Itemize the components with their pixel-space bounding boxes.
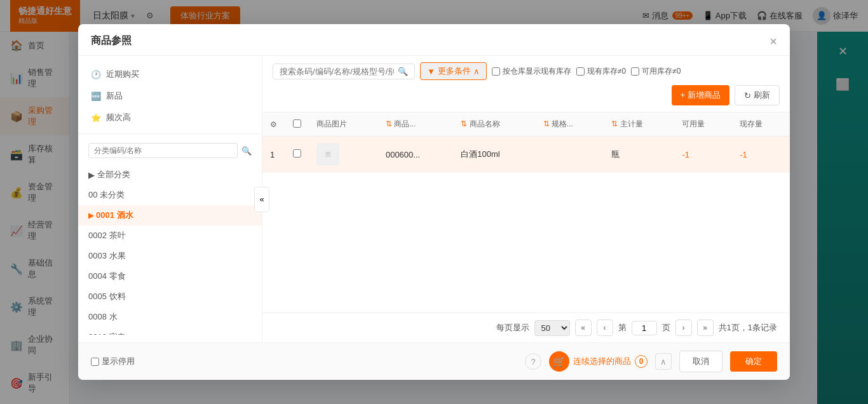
- filter-icon: ▼: [427, 67, 435, 76]
- confirm-btn[interactable]: 确定: [730, 351, 777, 372]
- add-product-btn[interactable]: + 新增商品: [672, 85, 729, 105]
- page-input[interactable]: [632, 321, 657, 335]
- display-disabled-checkbox[interactable]: 显示停用: [91, 356, 135, 367]
- table-toolbar: 🔍 ▼ 更多条件 ∧ 按仓库显示现有库存 现有库存≠0 可用库存≠0: [262, 56, 790, 112]
- sort-icon-unit: ⇅: [611, 119, 618, 128]
- page-suffix: 页: [662, 322, 670, 333]
- row-spec: [536, 137, 604, 173]
- nav-recent[interactable]: 🕐 近期购买: [78, 64, 262, 85]
- row-checkbox[interactable]: [293, 149, 301, 158]
- checkbox-available-nonzero-input[interactable]: [631, 67, 639, 76]
- modal-right-panel: 🔍 ▼ 更多条件 ∧ 按仓库显示现有库存 现有库存≠0 可用库存≠0: [262, 56, 790, 342]
- first-page-btn[interactable]: «: [575, 320, 592, 336]
- col-spec[interactable]: ⇅ 规格...: [536, 112, 604, 137]
- category-all[interactable]: ▶ 全部分类: [78, 165, 262, 185]
- toolbar-right-actions: + 新增商品 ↻ 刷新: [672, 85, 780, 105]
- nav-new[interactable]: 🆕 新品: [78, 85, 262, 107]
- category-search-icon[interactable]: 🔍: [241, 146, 252, 156]
- prev-page-btn[interactable]: ‹: [597, 320, 613, 336]
- filter-arrow-icon: ∧: [473, 67, 480, 76]
- checkbox-warehouse-stock[interactable]: 按仓库显示现有库存: [492, 66, 571, 77]
- modal-left-panel: 🕐 近期购买 🆕 新品 ⭐ 频次高 🔍 ▶: [78, 56, 262, 342]
- category-search-row: 🔍: [78, 139, 262, 165]
- checkbox-warehouse-input[interactable]: [492, 67, 500, 76]
- category-search-input[interactable]: [88, 143, 238, 158]
- cart-btn[interactable]: 🛒 连续选择的商品 0: [549, 351, 648, 372]
- category-active-arrow: ▶: [88, 212, 93, 220]
- sort-icon-spec: ⇅: [543, 119, 550, 128]
- checkbox-stock-nonzero-input[interactable]: [576, 67, 585, 76]
- collapse-left-icon: «: [259, 194, 264, 204]
- new-icon: 🆕: [91, 91, 101, 101]
- table-row[interactable]: 1 图 000600... 白酒100ml: [262, 137, 790, 173]
- refresh-icon: ↻: [744, 91, 751, 100]
- col-code[interactable]: ⇅ 商品...: [378, 112, 453, 137]
- page-label: 第: [618, 322, 627, 333]
- checkbox-stock-nonzero[interactable]: 现有库存≠0: [576, 66, 626, 77]
- row-checkbox-cell[interactable]: [285, 137, 309, 173]
- checkbox-available-nonzero[interactable]: 可用库存≠0: [631, 66, 681, 77]
- up-arrow-icon: ∧: [660, 357, 667, 367]
- cart-icon: 🛒: [549, 351, 569, 372]
- product-image: 图: [316, 143, 339, 166]
- modal-close-btn[interactable]: ×: [770, 35, 777, 48]
- cancel-btn[interactable]: 取消: [679, 351, 722, 372]
- table-settings-icon[interactable]: ⚙: [270, 120, 277, 129]
- col-unit[interactable]: ⇅ 主计量: [604, 112, 674, 137]
- category-0010[interactable]: 0010 家电: [78, 327, 262, 335]
- category-0008[interactable]: 0008 水: [78, 307, 262, 327]
- next-page-btn[interactable]: ›: [675, 320, 692, 336]
- sort-icon: ⇅: [386, 119, 392, 128]
- row-available: -1: [674, 137, 732, 173]
- col-settings[interactable]: ⚙: [262, 112, 285, 137]
- col-stock: 现存量: [732, 112, 790, 137]
- col-available[interactable]: 可用量: [674, 112, 732, 137]
- modal-body: 🕐 近期购买 🆕 新品 ⭐ 频次高 🔍 ▶: [78, 56, 790, 342]
- per-page-label: 每页显示: [496, 322, 529, 333]
- sort-icon-name: ⇅: [461, 119, 467, 128]
- refresh-btn[interactable]: ↻ 刷新: [735, 85, 780, 105]
- category-0003[interactable]: 0003 水果: [78, 246, 262, 266]
- category-list: ▶ 全部分类 00 未分类 ▶ 0001 酒水 0002 茶叶 0003 水果: [78, 165, 262, 335]
- select-all-checkbox[interactable]: [293, 119, 301, 128]
- product-table: ⚙ 商品图片 ⇅ 商品... ⇅ 商品名称: [262, 112, 790, 173]
- modal-title: 商品参照: [91, 34, 132, 48]
- category-0005[interactable]: 0005 饮料: [78, 286, 262, 307]
- quick-nav: 🕐 近期购买 🆕 新品 ⭐ 频次高: [78, 64, 262, 128]
- nav-frequent[interactable]: ⭐ 频次高: [78, 107, 262, 128]
- product-search-input[interactable]: [280, 67, 394, 76]
- all-categories-arrow: ▶: [88, 170, 95, 180]
- product-search-bar: 🔍: [273, 64, 415, 79]
- help-btn[interactable]: ?: [525, 353, 541, 370]
- footer-collapse-btn[interactable]: ∧: [655, 353, 672, 370]
- col-name[interactable]: ⇅ 商品名称: [453, 112, 535, 137]
- modal-header: 商品参照 ×: [78, 24, 790, 56]
- category-0002[interactable]: 0002 茶叶: [78, 226, 262, 246]
- row-name: 白酒100ml: [453, 137, 535, 173]
- row-index: 1: [262, 137, 285, 173]
- row-unit: 瓶: [604, 137, 674, 173]
- total-info: 共1页，1条记录: [719, 322, 777, 333]
- row-stock: -1: [732, 137, 790, 173]
- col-checkbox[interactable]: [285, 112, 309, 137]
- category-00[interactable]: 00 未分类: [78, 185, 262, 205]
- category-0004[interactable]: 0004 零食: [78, 266, 262, 286]
- divider: [78, 133, 262, 134]
- footer-left: 显示停用: [91, 356, 135, 367]
- collapse-panel-btn[interactable]: «: [254, 187, 269, 212]
- last-page-btn[interactable]: »: [697, 320, 714, 336]
- product-table-wrapper: ⚙ 商品图片 ⇅ 商品... ⇅ 商品名称: [262, 112, 790, 313]
- search-icon[interactable]: 🔍: [398, 67, 408, 76]
- row-code: 000600...: [378, 137, 453, 173]
- per-page-select[interactable]: 50 10 20 100: [534, 320, 570, 336]
- more-filter-btn[interactable]: ▼ 更多条件 ∧: [420, 62, 487, 80]
- category-0001[interactable]: ▶ 0001 酒水: [78, 205, 262, 226]
- clock-icon: 🕐: [91, 70, 101, 79]
- pagination: 每页显示 50 10 20 100 « ‹ 第 页 › » 共1页，1条记录: [262, 313, 790, 342]
- star-icon: ⭐: [91, 113, 101, 123]
- modal-footer: 显示停用 ? 🛒 连续选择的商品 0 ∧ 取消 确定: [78, 342, 790, 380]
- display-disabled-input[interactable]: [91, 358, 99, 366]
- product-reference-modal: 商品参照 × 🕐 近期购买 🆕 新品 ⭐ 频次高: [78, 24, 790, 380]
- col-image: 商品图片: [309, 112, 378, 137]
- footer-right: ? 🛒 连续选择的商品 0 ∧ 取消 确定: [525, 351, 777, 372]
